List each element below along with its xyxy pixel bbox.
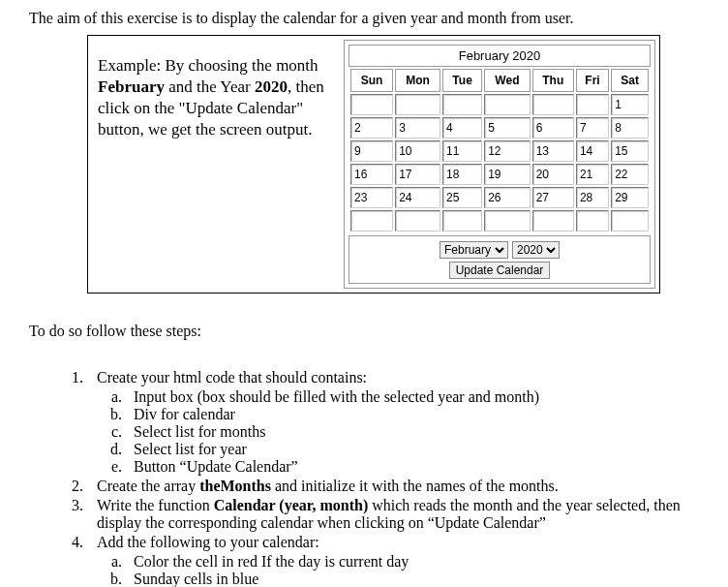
calendar-cell: 21 (576, 164, 609, 185)
calendar-cell: 25 (442, 187, 482, 208)
calendar-cell (611, 210, 649, 232)
step-bold: theMonths (199, 478, 271, 494)
calendar-cell: 19 (484, 164, 530, 185)
step-1a: Input box (box should be filled with the… (126, 388, 699, 406)
calendar-cell: 1 (611, 94, 649, 115)
calendar-cell: 6 (532, 117, 574, 139)
day-header: Sun (350, 69, 393, 92)
day-header: Thu (532, 69, 574, 92)
calendar-cell (576, 94, 609, 115)
calendar-table: Sun Mon Tue Wed Thu Fri Sat 123456789101… (349, 67, 651, 233)
calendar-cell (484, 210, 530, 232)
step-1b: Div for calendar (126, 406, 699, 423)
calendar-cell (350, 94, 393, 115)
update-calendar-button[interactable]: Update Calendar (449, 262, 551, 279)
calendar-cell (484, 94, 530, 115)
calendar-cell: 20 (532, 164, 574, 185)
year-select[interactable]: 2020 (512, 241, 560, 259)
step-1-sublist: Input box (box should be filled with the… (97, 388, 699, 476)
step-text: Write the function (97, 497, 214, 513)
calendar-cell: 22 (611, 164, 649, 185)
calendar-cell: 24 (395, 187, 440, 208)
step-2: Create the array theMonths and initializ… (87, 478, 699, 495)
example-text-part: and the Year (165, 77, 255, 96)
example-box: Example: By choosing the month February … (87, 35, 660, 294)
step-text: Create your html code that should contai… (97, 369, 367, 386)
day-header: Fri (576, 69, 609, 92)
example-bold-month: February (98, 77, 165, 96)
calendar-header-row: Sun Mon Tue Wed Thu Fri Sat (350, 69, 649, 92)
calendar-row: 9101112131415 (350, 140, 649, 162)
calendar-row: 2345678 (350, 117, 649, 139)
calendar-cell: 14 (576, 140, 609, 162)
calendar-cell: 28 (576, 187, 609, 208)
calendar-cell (350, 210, 393, 232)
calendar-row: 23242526272829 (350, 187, 649, 208)
step-4-sublist: Color the cell in red If the day is curr… (97, 553, 699, 587)
calendar-cell: 10 (395, 140, 440, 162)
calendar-cell (576, 210, 609, 232)
step-4a: Color the cell in red If the day is curr… (126, 553, 699, 571)
calendar-cell (442, 210, 482, 232)
step-text: Add the following to your calendar: (97, 534, 319, 550)
calendar-cell: 29 (611, 187, 649, 208)
calendar-cell: 2 (350, 117, 393, 139)
day-header: Tue (442, 69, 482, 92)
calendar-cell: 3 (395, 117, 440, 139)
calendar-row: 1 (350, 94, 649, 115)
calendar-cell: 16 (350, 164, 393, 185)
calendar-cell: 23 (350, 187, 393, 208)
calendar-cell: 11 (442, 140, 482, 162)
calendar-panel: February 2020 Sun Mon Tue Wed Thu Fri Sa… (344, 40, 655, 289)
calendar-cell (395, 94, 440, 115)
calendar-row: 16171819202122 (350, 164, 649, 185)
calendar-cell: 17 (395, 164, 440, 185)
step-4: Add the following to your calendar: Colo… (87, 534, 699, 587)
day-header: Sat (611, 69, 649, 92)
step-1d: Select list for year (126, 441, 699, 458)
step-text: and initialize it with the names of the … (271, 478, 559, 494)
exercise-intro: The aim of this exercise is to display t… (29, 10, 699, 27)
step-1c: Select list for months (126, 423, 699, 441)
calendar-cell: 27 (532, 187, 574, 208)
calendar-cell: 18 (442, 164, 482, 185)
calendar-controls: February 2020 Update Calendar (349, 235, 651, 284)
calendar-row (350, 210, 649, 232)
day-header: Mon (395, 69, 440, 92)
calendar-cell: 9 (350, 140, 393, 162)
steps-intro: To do so follow these steps: (29, 323, 699, 340)
calendar-title: February 2020 (349, 45, 651, 67)
day-header: Wed (484, 69, 530, 92)
calendar-cell (532, 94, 574, 115)
step-1: Create your html code that should contai… (87, 369, 699, 476)
calendar-cell (532, 210, 574, 232)
calendar-cell: 13 (532, 140, 574, 162)
example-text: Example: By choosing the month February … (88, 36, 340, 293)
step-text: Create the array (97, 478, 199, 494)
month-select[interactable]: February (440, 241, 508, 259)
calendar-cell: 8 (611, 117, 649, 139)
calendar-cell: 4 (442, 117, 482, 139)
example-bold-year: 2020 (255, 77, 288, 96)
calendar-cell: 26 (484, 187, 530, 208)
calendar-cell: 5 (484, 117, 530, 139)
calendar-cell (395, 210, 440, 232)
calendar-cell: 15 (611, 140, 649, 162)
step-1e: Button “Update Calendar” (126, 458, 699, 476)
calendar-cell (442, 94, 482, 115)
step-3: Write the function Calendar (year, month… (87, 497, 699, 532)
calendar-cell: 7 (576, 117, 609, 139)
step-bold: Calendar (year, month) (214, 497, 369, 513)
steps-list: Create your html code that should contai… (29, 369, 699, 587)
step-4b: Sunday cells in blue (126, 571, 699, 587)
example-text-part: Example: By choosing the month (98, 56, 318, 75)
calendar-cell: 12 (484, 140, 530, 162)
